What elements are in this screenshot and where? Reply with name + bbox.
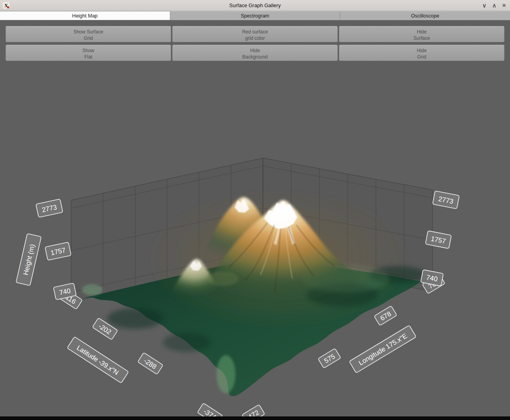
- button-label: grid color: [173, 35, 337, 41]
- button-label: Background: [173, 54, 337, 60]
- tab-height-map[interactable]: Height Map: [0, 11, 170, 20]
- lat-tick-label: -288: [138, 352, 163, 374]
- z-tick-label: 1757: [45, 242, 71, 260]
- toggle-surface-grid-button[interactable]: Show Surface Grid: [6, 26, 171, 42]
- button-label: Grid: [6, 35, 171, 41]
- lat-axis-title: Latitude -39.x"N: [67, 337, 128, 383]
- button-label: Hide: [173, 47, 337, 54]
- surface-plot-canvas[interactable]: -116 -202 -288 -374 Latitude -39.x"N: [0, 0, 510, 420]
- button-label: Hide: [339, 47, 504, 54]
- app-icon: X: [3, 2, 10, 9]
- tab-bar: Height Map Spectrogram Oscilloscope: [0, 11, 510, 20]
- hide-grid-button[interactable]: Hide Grid: [339, 45, 504, 61]
- bottom-screen-edge: [0, 416, 510, 420]
- z-axis-title: Height (m): [16, 234, 41, 286]
- button-label: Flat: [6, 54, 171, 60]
- z-tick-label: 2773: [36, 199, 63, 217]
- toolbar: Show Surface Grid Red surface grid color…: [6, 26, 504, 61]
- window-close-button[interactable]: ×: [502, 0, 506, 11]
- app-window: -116 -202 -288 -374 Latitude -39.x"N: [0, 0, 510, 420]
- hide-surface-button[interactable]: Hide Surface: [339, 26, 504, 42]
- lon-axis-title: Longitude 175.x"E: [349, 325, 416, 373]
- button-label: Hide: [339, 29, 504, 35]
- lon-tick-label: 575: [318, 348, 341, 368]
- button-label: Grid: [339, 54, 504, 60]
- button-label: Show Surface: [6, 29, 171, 35]
- tab-spectrogram[interactable]: Spectrogram: [170, 11, 341, 20]
- lon-tick-label: 678: [374, 306, 397, 326]
- window-controls: ∨ ∧ ×: [482, 0, 506, 11]
- window-shade-button[interactable]: ∨: [482, 0, 487, 11]
- button-label: Surface: [339, 35, 504, 41]
- window-maximize-button[interactable]: ∧: [492, 0, 496, 11]
- window-title: Surface Graph Gallery: [0, 2, 510, 8]
- show-flat-button[interactable]: Show Flat: [6, 45, 171, 61]
- surface-grid-color-button[interactable]: Red surface grid color: [172, 26, 338, 42]
- svg-text:Latitude -39.x"N: Latitude -39.x"N: [75, 344, 120, 377]
- hide-background-button[interactable]: Hide Background: [172, 45, 338, 61]
- z-axis-labels-left: 2773 1757 740 Height (m): [16, 199, 76, 300]
- titlebar[interactable]: X Surface Graph Gallery ∨ ∧ ×: [0, 0, 510, 11]
- z-tick-label: 2773: [432, 191, 459, 209]
- tab-oscilloscope[interactable]: Oscilloscope: [340, 11, 510, 20]
- button-label: Red surface: [173, 29, 337, 35]
- button-label: Show: [6, 47, 171, 54]
- svg-text:Longitude 175.x"E: Longitude 175.x"E: [357, 332, 408, 367]
